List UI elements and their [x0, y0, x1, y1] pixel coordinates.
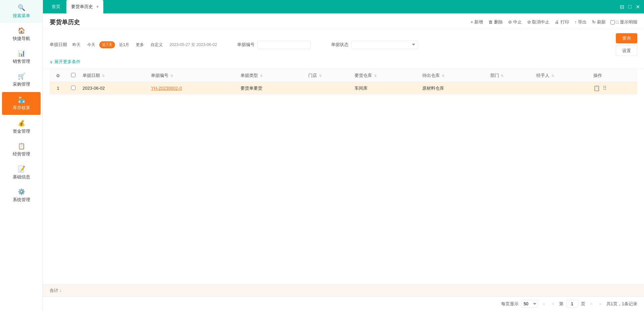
system-icon: ⚙️: [18, 188, 25, 195]
cell-operation: 📋 ⠿: [591, 82, 637, 94]
sales-icon: 📊: [18, 50, 25, 57]
refresh-label: ↻ 刷新: [592, 19, 606, 25]
sort-store-icon[interactable]: ⇅: [319, 74, 322, 78]
th-department[interactable]: 部门 ⇅: [488, 69, 534, 82]
new-label: + 新增: [471, 19, 483, 25]
cell-doc-num: YH-20230602-0: [148, 82, 238, 94]
sidebar-item-basicinfo[interactable]: 📝 基础信息: [0, 161, 43, 184]
sidebar-item-label: 采购管理: [13, 81, 30, 87]
refresh-button[interactable]: ↻ 刷新: [591, 19, 606, 25]
date-pill-custom[interactable]: 自定义: [148, 41, 165, 48]
sort-handler-icon[interactable]: ⇅: [551, 74, 554, 78]
sort-doc-type-icon[interactable]: ⇅: [260, 74, 263, 78]
cell-department: [488, 82, 534, 94]
expand-more-btn[interactable]: ∨ 展开更多条件: [50, 59, 637, 65]
sidebar-item-label: 系统管理: [13, 197, 30, 203]
sort-pending-warehouse-icon[interactable]: ⇅: [442, 74, 444, 78]
tab-close-icon[interactable]: ×: [96, 4, 99, 9]
doc-num-link[interactable]: YH-20230602-0: [151, 86, 182, 91]
th-store[interactable]: 门店 ⇅: [306, 69, 352, 82]
sidebar-item-label: 快捷导航: [13, 36, 30, 42]
filter-settings-button[interactable]: 设置: [616, 45, 637, 56]
close-window-icon[interactable]: ✕: [636, 4, 640, 10]
filter-row-1: 单据日期 昨天 今天 近7天 近1月 更多 自定义 2023-05-27 至 2…: [50, 33, 637, 56]
filter-docnum-group: 单据编号: [237, 41, 311, 49]
sum-label: 合计：: [50, 288, 63, 293]
settings-icon: ⚙: [56, 73, 60, 78]
pagination: 每页显示 10 20 50 100 « < 第 页 > » 共1页，1条记录: [43, 296, 644, 311]
prev-page-btn[interactable]: <: [550, 301, 556, 307]
doc-number-label: 单据编号: [237, 42, 255, 48]
stop-button[interactable]: ⊘ 中止: [507, 19, 523, 25]
first-page-btn[interactable]: «: [541, 301, 547, 307]
row-more-icon[interactable]: ⠿: [603, 85, 607, 91]
date-pill-7days[interactable]: 近7天: [99, 41, 115, 48]
sort-doc-date-icon[interactable]: ⇅: [102, 74, 105, 78]
delete-button[interactable]: 🗑 删除: [488, 19, 503, 25]
doc-status-select[interactable]: [351, 41, 418, 49]
cell-check: [66, 82, 80, 94]
sort-req-warehouse-icon[interactable]: ⇅: [374, 74, 377, 78]
last-page-btn[interactable]: »: [597, 301, 603, 307]
sidebar-item-sales[interactable]: 📊 销售管理: [0, 46, 43, 69]
print-button[interactable]: 🖨 打印: [554, 19, 570, 25]
topbar-right-controls: ⊟ □ ✕: [620, 4, 640, 10]
page-size-select[interactable]: 10 20 50 100: [521, 300, 538, 308]
th-pending-warehouse[interactable]: 待出仓库 ⇅: [420, 69, 487, 82]
toolbar: + 新增 🗑 删除 ⊘ 中止 ⊘ 取消中止 🖨 打印 ↑ 导出: [470, 19, 637, 25]
th-doc-type[interactable]: 单据类型 ⇅: [238, 69, 306, 82]
row-edit-icon[interactable]: 📋: [593, 85, 600, 91]
sidebar-item-operations[interactable]: 📋 经营管理: [0, 138, 43, 161]
row-operations: 📋 ⠿: [593, 85, 635, 91]
delete-label: 🗑 删除: [488, 19, 503, 25]
sidebar-item-inventory[interactable]: 🏪 库存核算: [2, 92, 41, 115]
date-pill-yesterday[interactable]: 昨天: [70, 41, 83, 48]
tab-home[interactable]: 首页: [47, 0, 65, 13]
tab-active[interactable]: 要货单历史 ×: [66, 0, 103, 13]
sidebar-item-search[interactable]: 🔍 搜索菜单: [0, 0, 43, 23]
stop-label: ⊘ 中止: [508, 19, 522, 25]
maximize-icon[interactable]: □: [628, 4, 632, 10]
display-detail-toggle[interactable]: □ 显示明细: [610, 19, 637, 25]
sidebar-item-system[interactable]: ⚙️ 系统管理: [0, 184, 43, 207]
cancel-stop-button[interactable]: ⊘ 取消中止: [527, 19, 550, 25]
sidebar-item-finance[interactable]: 💰 资金管理: [0, 116, 43, 138]
th-settings[interactable]: ⚙: [50, 69, 66, 82]
th-doc-date[interactable]: 单据日期 ⇅: [80, 69, 148, 82]
sidebar-item-purchase[interactable]: 🛒 采购管理: [0, 69, 43, 91]
sidebar-item-quicknav[interactable]: 🏠 快捷导航: [0, 23, 43, 46]
row-checkbox[interactable]: [71, 86, 75, 90]
th-req-warehouse[interactable]: 要货仓库 ⇅: [352, 69, 420, 82]
cell-req-warehouse: 车间库: [352, 82, 420, 94]
date-pill-1month[interactable]: 近1月: [116, 41, 132, 48]
export-button[interactable]: ↑ 导出: [574, 19, 587, 25]
page-content: 要货单历史 + 新增 🗑 删除 ⊘ 中止 ⊘ 取消中止 🖨 打印: [43, 13, 644, 311]
sort-doc-num-icon[interactable]: ⇅: [170, 74, 173, 78]
table-area: ⚙ 单据日期 ⇅ 单据编号 ⇅: [43, 69, 644, 284]
select-all-checkbox[interactable]: [71, 73, 75, 77]
tab-home-label: 首页: [52, 4, 60, 10]
date-pill-more[interactable]: 更多: [133, 41, 147, 48]
print-label: 🖨 打印: [555, 19, 569, 25]
minimize-icon[interactable]: ⊟: [620, 4, 624, 10]
th-checkbox: [66, 69, 80, 82]
next-page-btn[interactable]: >: [588, 301, 595, 307]
doc-status-label: 单据状态: [331, 42, 348, 48]
display-detail-checkbox[interactable]: [610, 20, 615, 25]
sidebar-item-label: 基础信息: [13, 174, 30, 180]
main-area: 首页 要货单历史 × ⊟ □ ✕ 要货单历史 + 新增 🗑 删除 ⊘: [43, 0, 644, 311]
sidebar-item-label: 销售管理: [13, 58, 30, 64]
new-button[interactable]: + 新增: [470, 19, 484, 25]
th-handler[interactable]: 经手人 ⇅: [534, 69, 591, 82]
page-label-after: 页: [581, 301, 585, 307]
th-operation: 操作: [591, 69, 637, 82]
home-icon: 🏠: [18, 27, 25, 34]
query-button[interactable]: 查询: [616, 33, 637, 43]
th-doc-num[interactable]: 单据编号 ⇅: [148, 69, 238, 82]
data-table: ⚙ 单据日期 ⇅ 单据编号 ⇅: [50, 69, 637, 94]
date-pill-today[interactable]: 今天: [85, 41, 98, 48]
sort-department-icon[interactable]: ⇅: [501, 74, 503, 78]
filter-status-group: 单据状态: [331, 41, 418, 49]
doc-number-input[interactable]: [257, 41, 311, 49]
page-number-input[interactable]: [566, 300, 578, 308]
